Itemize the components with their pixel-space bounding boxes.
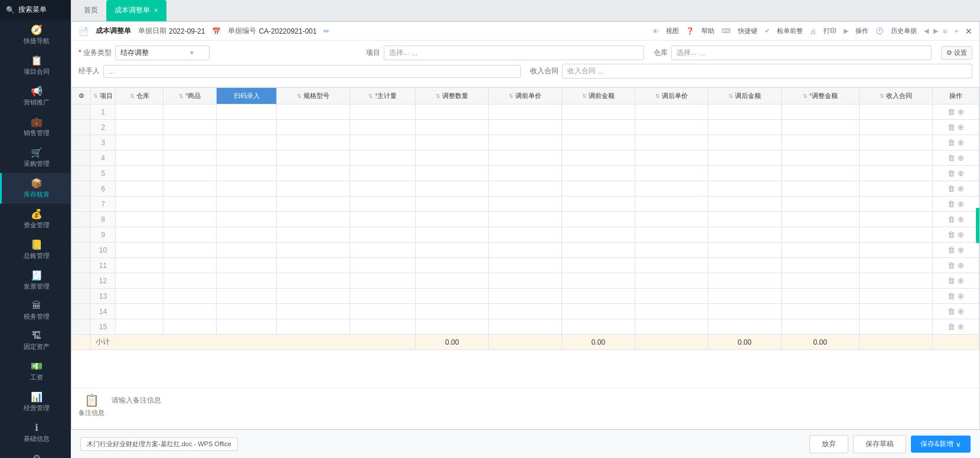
row-adj-amount-1[interactable] bbox=[781, 104, 859, 120]
row-adj-qty-1[interactable] bbox=[416, 104, 489, 120]
row-adj-amount-12[interactable] bbox=[781, 273, 859, 289]
row-goods-3[interactable] bbox=[164, 135, 217, 151]
business-type-select[interactable]: 结存调整 ▼ bbox=[115, 45, 210, 60]
nav-prev-btn[interactable]: ◀ bbox=[924, 27, 929, 35]
row-scan-15[interactable] bbox=[217, 319, 277, 335]
sidebar-item-project-contract[interactable]: 📋 项目合同 bbox=[0, 50, 71, 81]
discard-button[interactable]: 放弃 bbox=[809, 435, 848, 453]
row-goods-8[interactable] bbox=[164, 212, 217, 227]
sidebar-item-payroll[interactable]: 💵 工资 bbox=[0, 356, 71, 387]
row-pre-unit-price-10[interactable] bbox=[489, 243, 562, 258]
row-warehouse-8[interactable] bbox=[116, 212, 164, 227]
row-adj-qty-14[interactable] bbox=[416, 304, 489, 319]
row-pre-unit-price-11[interactable] bbox=[489, 258, 562, 273]
row-unit-6[interactable] bbox=[350, 181, 416, 197]
row-unit-1[interactable] bbox=[350, 104, 416, 120]
row-pre-unit-price-6[interactable] bbox=[489, 181, 562, 197]
row-adj-amount-6[interactable] bbox=[781, 181, 859, 197]
row-pre-unit-price-12[interactable] bbox=[489, 273, 562, 289]
row-income-contract-4[interactable] bbox=[859, 151, 932, 166]
row-spec-3[interactable] bbox=[277, 135, 350, 151]
row-goods-15[interactable] bbox=[164, 319, 217, 335]
row-income-contract-15[interactable] bbox=[859, 319, 932, 335]
row-adj-qty-15[interactable] bbox=[416, 319, 489, 335]
row-post-amount-7[interactable] bbox=[708, 197, 781, 212]
row-post-amount-4[interactable] bbox=[708, 151, 781, 166]
row-income-contract-1[interactable] bbox=[859, 104, 932, 120]
row-warehouse-11[interactable] bbox=[116, 258, 164, 273]
notes-icon-block[interactable]: 📋 备注信息 bbox=[79, 393, 104, 417]
row-goods-13[interactable] bbox=[164, 289, 217, 304]
row-post-amount-8[interactable] bbox=[708, 212, 781, 227]
row-goods-11[interactable] bbox=[164, 258, 217, 273]
copy-icon-13[interactable]: ⊕ bbox=[958, 292, 964, 300]
row-pre-amount-12[interactable] bbox=[561, 273, 635, 289]
sidebar-item-sales-mgmt[interactable]: 💼 销售管理 bbox=[0, 112, 71, 142]
row-unit-7[interactable] bbox=[350, 197, 416, 212]
row-adj-qty-12[interactable] bbox=[416, 273, 489, 289]
row-spec-9[interactable] bbox=[277, 227, 350, 243]
delete-icon-4[interactable]: 🗑 bbox=[948, 153, 955, 162]
row-pre-amount-11[interactable] bbox=[561, 258, 635, 273]
row-pre-unit-price-5[interactable] bbox=[489, 166, 562, 181]
row-warehouse-14[interactable] bbox=[116, 304, 164, 319]
search-menu[interactable]: 🔍 搜索菜单 bbox=[0, 0, 71, 19]
row-pre-amount-3[interactable] bbox=[561, 135, 635, 151]
row-goods-12[interactable] bbox=[164, 273, 217, 289]
row-pre-amount-8[interactable] bbox=[561, 212, 635, 227]
sidebar-item-tax-mgmt[interactable]: 🏛 税务管理 bbox=[0, 296, 71, 326]
row-unit-8[interactable] bbox=[350, 212, 416, 227]
copy-icon-1[interactable]: ⊕ bbox=[958, 107, 964, 116]
sidebar-item-operations-mgmt[interactable]: 📊 经营管理 bbox=[0, 387, 71, 417]
row-income-contract-11[interactable] bbox=[859, 258, 932, 273]
row-pre-unit-price-3[interactable] bbox=[489, 135, 562, 151]
nav-add-btn[interactable]: ＋ bbox=[952, 26, 961, 37]
row-warehouse-6[interactable] bbox=[116, 181, 164, 197]
copy-icon-7[interactable]: ⊕ bbox=[958, 199, 964, 208]
row-income-contract-5[interactable] bbox=[859, 166, 932, 181]
row-pre-amount-5[interactable] bbox=[561, 166, 635, 181]
tab-close-icon[interactable]: ✕ bbox=[153, 7, 158, 14]
row-post-unit-price-10[interactable] bbox=[635, 243, 708, 258]
check-edit-btn[interactable]: 检单前整 bbox=[775, 25, 805, 37]
delete-icon-8[interactable]: 🗑 bbox=[948, 215, 955, 224]
copy-icon-2[interactable]: ⊕ bbox=[958, 123, 964, 132]
row-warehouse-12[interactable] bbox=[116, 273, 164, 289]
row-post-unit-price-1[interactable] bbox=[635, 104, 708, 120]
view-btn[interactable]: 视图 bbox=[664, 25, 681, 37]
row-pre-amount-6[interactable] bbox=[561, 181, 635, 197]
row-goods-6[interactable] bbox=[164, 181, 217, 197]
row-income-contract-2[interactable] bbox=[859, 120, 932, 135]
row-scan-8[interactable] bbox=[217, 212, 277, 227]
row-post-unit-price-4[interactable] bbox=[635, 151, 708, 166]
row-post-amount-6[interactable] bbox=[708, 181, 781, 197]
row-adj-qty-7[interactable] bbox=[416, 197, 489, 212]
row-spec-13[interactable] bbox=[277, 289, 350, 304]
nav-list-btn[interactable]: ≡ bbox=[943, 27, 948, 36]
row-spec-4[interactable] bbox=[277, 151, 350, 166]
row-post-unit-price-7[interactable] bbox=[635, 197, 708, 212]
row-post-amount-11[interactable] bbox=[708, 258, 781, 273]
row-spec-5[interactable] bbox=[277, 166, 350, 181]
row-post-unit-price-3[interactable] bbox=[635, 135, 708, 151]
copy-icon-10[interactable]: ⊕ bbox=[958, 246, 964, 254]
row-scan-13[interactable] bbox=[217, 289, 277, 304]
row-goods-10[interactable] bbox=[164, 243, 217, 258]
copy-icon-12[interactable]: ⊕ bbox=[958, 276, 964, 285]
row-post-amount-5[interactable] bbox=[708, 166, 781, 181]
row-scan-2[interactable] bbox=[217, 120, 277, 135]
row-warehouse-9[interactable] bbox=[116, 227, 164, 243]
row-scan-12[interactable] bbox=[217, 273, 277, 289]
row-spec-10[interactable] bbox=[277, 243, 350, 258]
row-income-contract-14[interactable] bbox=[859, 304, 932, 319]
row-unit-10[interactable] bbox=[350, 243, 416, 258]
row-unit-4[interactable] bbox=[350, 151, 416, 166]
row-post-unit-price-12[interactable] bbox=[635, 273, 708, 289]
row-post-unit-price-8[interactable] bbox=[635, 212, 708, 227]
row-goods-14[interactable] bbox=[164, 304, 217, 319]
delete-icon-15[interactable]: 🗑 bbox=[948, 322, 955, 331]
row-adj-amount-7[interactable] bbox=[781, 197, 859, 212]
save-draft-button[interactable]: 保存草稿 bbox=[853, 435, 906, 453]
row-post-unit-price-13[interactable] bbox=[635, 289, 708, 304]
row-unit-2[interactable] bbox=[350, 120, 416, 135]
